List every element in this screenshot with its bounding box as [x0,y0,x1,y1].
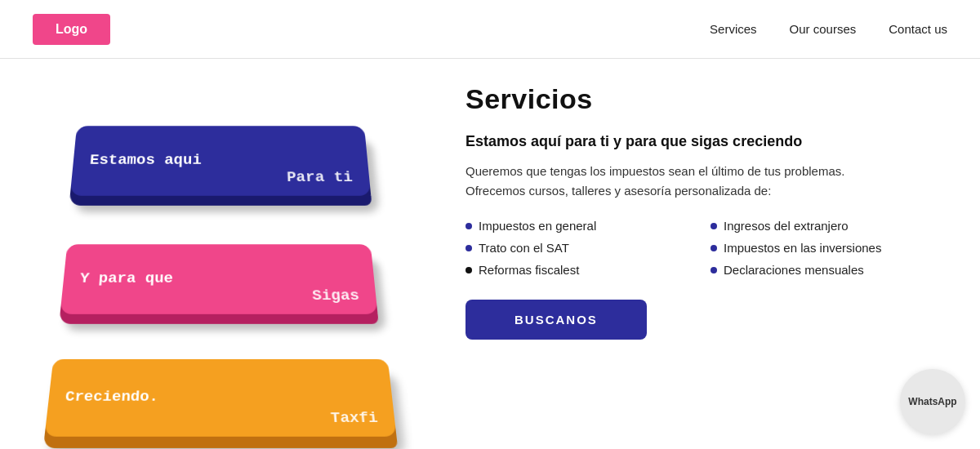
service-label-4: Impuestos en las inversiones [724,241,881,255]
block-blue-right-text: Para ti [287,169,354,186]
left-illustration: Estamos aqui Para ti Y para que Sigas Cr… [0,59,441,449]
block-blue: Estamos aqui Para ti [70,126,372,196]
servicios-subtitle: Estamos aquí para ti y para que sigas cr… [466,133,939,150]
list-item: Declaraciones mensuales [710,263,939,277]
block-orange-right-text: Taxfi [330,409,379,427]
servicios-title: Servicios [466,83,939,115]
block-pink: Y para que Sigas [60,244,377,314]
list-item: Impuestos en las inversiones [710,241,939,255]
block-orange-left-text: Creciendo. [65,389,159,406]
logo-button[interactable]: Logo [33,14,110,45]
bullet-icon [466,245,472,251]
block-pink-right-text: Sigas [312,287,360,305]
service-label-1: Impuestos en general [479,219,596,233]
nav-courses[interactable]: Our courses [790,22,857,36]
nav-services[interactable]: Services [710,22,757,36]
whatsapp-button[interactable]: WhatsApp [900,369,965,434]
bullet-icon [466,267,472,273]
bullet-icon [710,267,717,273]
navigation: Services Our courses Contact us [710,22,947,36]
right-panel: Servicios Estamos aquí para ti y para qu… [441,59,980,449]
services-grid: Impuestos en general Ingresos del extran… [466,219,939,277]
main-content: Estamos aqui Para ti Y para que Sigas Cr… [0,59,980,449]
list-item: Trato con el SAT [466,241,694,255]
list-item: Ingresos del extranjero [710,219,939,233]
service-label-2: Ingresos del extranjero [724,219,849,233]
service-label-3: Trato con el SAT [479,241,569,255]
list-item: Impuestos en general [466,219,694,233]
buscanos-button[interactable]: BUSCANOS [466,300,647,340]
whatsapp-label: WhatsApp [908,396,956,407]
service-label-5: Reformas fiscalest [479,263,579,277]
list-item: Reformas fiscalest [466,263,694,277]
servicios-description: Queremos que tengas los impuestos sean e… [466,162,939,201]
bullet-icon [710,245,717,251]
bullet-icon [710,223,717,229]
block-orange: Creciendo. Taxfi [44,359,396,437]
stack-container: Estamos aqui Para ti Y para que Sigas Cr… [41,107,416,425]
block-pink-left-text: Y para que [79,270,173,287]
header: Logo Services Our courses Contact us [0,0,980,59]
block-blue-left-text: Estamos aqui [89,152,202,169]
bullet-icon [466,223,472,229]
nav-contact[interactable]: Contact us [889,22,947,36]
service-label-6: Declaraciones mensuales [724,263,864,277]
